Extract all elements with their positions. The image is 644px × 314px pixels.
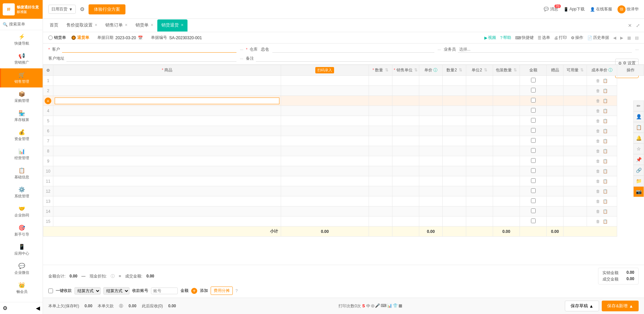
tab-price-settings[interactable]: 售价提取设置 ✕: [62, 19, 101, 32]
avail-cell-3[interactable]: [547, 96, 564, 106]
amount-cell-13[interactable]: [493, 196, 520, 206]
pkgqty-cell-10[interactable]: [466, 166, 493, 176]
gift-cell-9[interactable]: [520, 156, 547, 166]
experience-btn[interactable]: 体验行业方案: [89, 4, 125, 14]
gift-checkbox-5[interactable]: [531, 118, 536, 123]
gift-checkbox-7[interactable]: [531, 138, 536, 143]
unit-cell-5[interactable]: [369, 116, 392, 126]
avail-cell-4[interactable]: [547, 106, 564, 116]
account-input[interactable]: [151, 288, 178, 294]
gift-cell-4[interactable]: [520, 106, 547, 116]
price-cell-8[interactable]: [392, 146, 419, 156]
price-cell-15[interactable]: [392, 216, 419, 227]
cost-cell-2[interactable]: [564, 86, 587, 96]
cost-cell-15[interactable]: [564, 216, 587, 227]
sort-unit2-icon[interactable]: ⇅: [484, 68, 487, 72]
radio-sale-input[interactable]: [48, 36, 53, 40]
prev-record[interactable]: ◀: [613, 36, 616, 40]
unit-cell-15[interactable]: [369, 216, 392, 227]
avail-cell-1[interactable]: [547, 76, 564, 86]
pkgqty-cell-14[interactable]: [466, 206, 493, 216]
customer-lookup-btn[interactable]: ···: [240, 47, 243, 52]
product-cell-6[interactable]: [53, 126, 281, 136]
qty-cell-2[interactable]: [281, 86, 369, 96]
qty-cell-4[interactable]: [281, 106, 369, 116]
close-sales-return-tab[interactable]: ✕: [181, 23, 183, 27]
product-cell-4[interactable]: [53, 106, 281, 116]
list-view-icon[interactable]: ▤: [635, 36, 639, 40]
qty-cell-13[interactable]: [281, 196, 369, 206]
radio-return-input[interactable]: [71, 36, 76, 40]
float-icon-1[interactable]: ✏: [633, 101, 644, 111]
unit-cell-4[interactable]: [369, 106, 392, 116]
maximize-tab[interactable]: ⤢: [635, 21, 641, 29]
float-icon-3[interactable]: 📋: [633, 122, 644, 133]
gift-checkbox-4[interactable]: [531, 108, 536, 113]
help-btn[interactable]: ? 帮助: [500, 35, 511, 41]
avail-cell-13[interactable]: [547, 196, 564, 206]
gift-checkbox-14[interactable]: [531, 208, 536, 213]
search-menu[interactable]: 🔍 搜索菜单: [0, 19, 43, 30]
cost-cell-6[interactable]: [564, 126, 587, 136]
unit2-cell-12[interactable]: [443, 186, 466, 196]
product-input-active[interactable]: [55, 98, 279, 104]
unit2-cell-7[interactable]: [443, 136, 466, 146]
copy-icon-14[interactable]: 📋: [603, 209, 608, 214]
close-price-settings-tab[interactable]: ✕: [95, 23, 97, 27]
cost-cell-7[interactable]: [564, 136, 587, 146]
delete-icon-11[interactable]: 🗑: [596, 179, 600, 184]
cost-cell-10[interactable]: [564, 166, 587, 176]
qty-cell-7[interactable]: [281, 136, 369, 146]
qty2-cell-2[interactable]: [419, 86, 443, 96]
salesperson-input[interactable]: [458, 46, 632, 53]
delete-icon-4[interactable]: 🗑: [596, 109, 600, 113]
avail-cell-6[interactable]: [547, 126, 564, 136]
sidebar-item-purchase[interactable]: 📦 采购管理: [0, 87, 43, 107]
cost-cell-4[interactable]: [564, 106, 587, 116]
product-cell-2[interactable]: [53, 86, 281, 96]
unit2-cell-10[interactable]: [443, 166, 466, 176]
avail-cell-8[interactable]: [547, 146, 564, 156]
video-btn[interactable]: ▶ 视频: [484, 35, 496, 41]
qty2-cell-11[interactable]: [419, 176, 443, 186]
avail-cell-10[interactable]: [547, 166, 564, 176]
unit-cell-14[interactable]: [369, 206, 392, 216]
unit2-cell-9[interactable]: [443, 156, 466, 166]
sidebar-item-inventory[interactable]: 🏪 库存核算: [0, 107, 43, 126]
pkgqty-cell-5[interactable]: [466, 116, 493, 126]
pkgqty-cell-8[interactable]: [466, 146, 493, 156]
amount-cell-5[interactable]: [493, 116, 520, 126]
sidebar-item-finance[interactable]: 💰 资金管理: [0, 126, 43, 145]
delete-icon-7[interactable]: 🗑: [596, 139, 600, 143]
amount-cell-12[interactable]: [493, 186, 520, 196]
pkgqty-cell-15[interactable]: [466, 216, 493, 227]
copy-icon-6[interactable]: 📋: [603, 129, 608, 133]
copy-icon-1[interactable]: 📋: [603, 78, 608, 83]
sort-avail-icon[interactable]: ⇅: [580, 68, 584, 72]
select-btn[interactable]: ☰ 选单: [538, 35, 550, 41]
unit2-cell-3[interactable]: [443, 96, 466, 106]
float-icon-4[interactable]: 🔔: [633, 133, 644, 143]
shortcut-btn[interactable]: ⌨ 快捷键: [515, 35, 534, 41]
industry-selector[interactable]: 日用百货 ▼: [48, 5, 76, 14]
qty-cell-15[interactable]: [281, 216, 369, 227]
close-sales-delivery-tab[interactable]: ✕: [151, 23, 153, 27]
amount-cell-8[interactable]: [493, 146, 520, 156]
cost-cell-5[interactable]: [564, 116, 587, 126]
tab-sales-delivery[interactable]: 销货单 ✕: [131, 19, 157, 32]
unit2-cell-6[interactable]: [443, 126, 466, 136]
qty2-cell-6[interactable]: [419, 126, 443, 136]
price-cell-2[interactable]: [392, 86, 419, 96]
unit2-cell-2[interactable]: [443, 86, 466, 96]
avail-cell-11[interactable]: [547, 176, 564, 186]
qty2-cell-7[interactable]: [419, 136, 443, 146]
gift-checkbox-9[interactable]: [531, 158, 536, 163]
cost-cell-12[interactable]: [564, 186, 587, 196]
float-icon-5[interactable]: ☆: [633, 143, 644, 154]
product-cell-14[interactable]: [53, 206, 281, 216]
collapse-icon[interactable]: ◀: [36, 305, 40, 311]
gift-cell-5[interactable]: [520, 116, 547, 126]
unit-cell-9[interactable]: [369, 156, 392, 166]
qty-cell-6[interactable]: [281, 126, 369, 136]
sidebar-item-sales[interactable]: 🛒 销售管理: [0, 68, 43, 87]
